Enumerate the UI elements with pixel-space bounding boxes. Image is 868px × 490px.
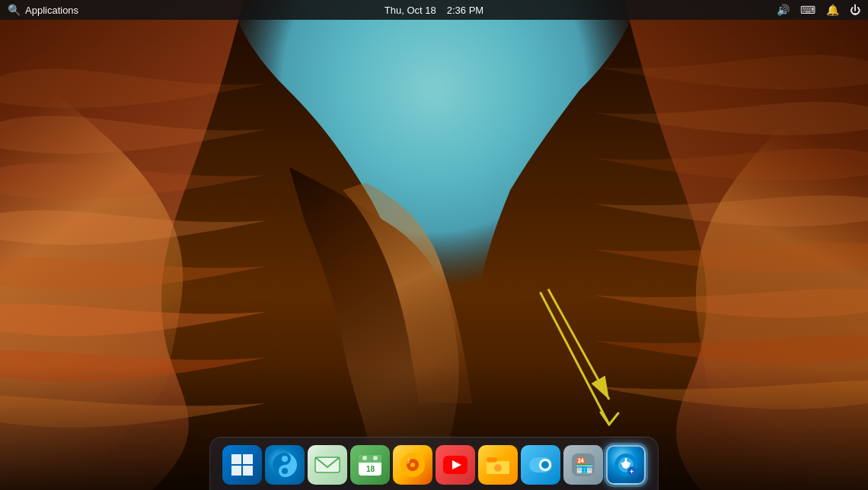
volume-icon[interactable]: 🔊	[777, 4, 790, 16]
svg-text:18: 18	[366, 465, 375, 473]
power-icon[interactable]: ⏻	[850, 4, 860, 16]
topbar: 🔍 Applications Thu, Oct 18 2:36 PM 🔊 ⌨ 🔔…	[0, 0, 868, 20]
svg-point-13	[362, 456, 367, 460]
search-icon[interactable]: 🔍	[8, 4, 21, 16]
svg-point-14	[373, 456, 378, 460]
svg-rect-4	[231, 466, 241, 476]
desktop-background	[0, 0, 868, 490]
dock-icon-files[interactable]	[478, 445, 518, 485]
svg-point-29	[541, 461, 549, 469]
svg-rect-3	[243, 454, 253, 464]
dock: 18 ♪	[209, 437, 659, 490]
dock-icon-calendar[interactable]: 18	[350, 445, 390, 485]
svg-point-7	[282, 456, 288, 462]
svg-point-26	[494, 464, 502, 472]
dock-icon-music[interactable]: ♪	[393, 445, 432, 485]
svg-point-8	[282, 468, 288, 474]
keyboard-icon[interactable]: ⌨	[800, 4, 815, 16]
svg-rect-12	[359, 460, 381, 463]
topbar-right: 🔊 ⌨ 🔔 ⏻	[777, 4, 860, 16]
topbar-left: 🔍 Applications	[8, 4, 78, 16]
svg-rect-25	[487, 457, 497, 462]
dock-icon-mail[interactable]	[308, 445, 347, 485]
svg-text:♪: ♪	[407, 456, 411, 465]
svg-text:+: +	[630, 468, 633, 476]
dock-icon-windows[interactable]	[222, 445, 262, 485]
svg-rect-5	[243, 466, 253, 476]
svg-rect-2	[231, 454, 241, 464]
svg-text:🏪: 🏪	[575, 457, 594, 475]
topbar-time: 2:36 PM	[447, 5, 483, 16]
notification-icon[interactable]: 🔔	[826, 4, 839, 16]
dock-icon-settings[interactable]	[521, 445, 560, 485]
svg-point-18	[410, 463, 415, 467]
desktop: 🔍 Applications Thu, Oct 18 2:36 PM 🔊 ⌨ 🔔…	[0, 0, 868, 490]
topbar-center: Thu, Oct 18 2:36 PM	[385, 5, 483, 16]
dock-icon-youtube[interactable]	[436, 445, 475, 485]
applications-label[interactable]: Applications	[25, 5, 78, 16]
topbar-date: Thu, Oct 18	[385, 5, 436, 16]
dock-icon-browser[interactable]	[265, 445, 305, 485]
dock-icon-highlighted[interactable]: +	[606, 445, 646, 485]
dock-icon-store[interactable]: 🏪	[563, 445, 603, 485]
